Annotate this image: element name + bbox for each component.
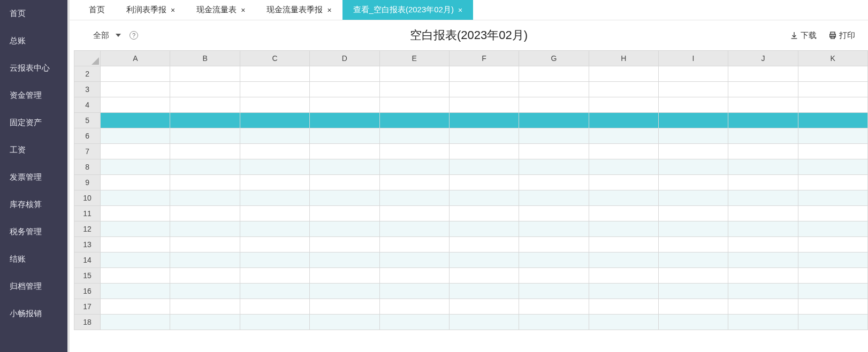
cell-B15[interactable] (170, 268, 240, 284)
cell-D9[interactable] (310, 175, 379, 190)
cell-K11[interactable] (798, 206, 867, 221)
cell-I5[interactable] (658, 113, 728, 128)
cell-B12[interactable] (170, 221, 240, 237)
cell-I13[interactable] (658, 237, 728, 252)
close-icon[interactable]: × (327, 6, 331, 14)
row-header-7[interactable]: 7 (74, 144, 101, 159)
cell-B9[interactable] (170, 175, 240, 190)
cell-B8[interactable] (170, 159, 240, 175)
cell-D5[interactable] (310, 113, 379, 128)
cell-C18[interactable] (240, 315, 309, 330)
download-button[interactable]: 下载 (790, 30, 817, 41)
cell-E6[interactable] (379, 128, 449, 144)
cell-H2[interactable] (589, 66, 658, 82)
column-header-B[interactable]: B (170, 51, 240, 66)
sidebar-item-9[interactable]: 结账 (0, 246, 67, 273)
cell-I14[interactable] (658, 252, 728, 268)
cell-C14[interactable] (240, 252, 309, 268)
cell-G18[interactable] (519, 315, 589, 330)
cell-F7[interactable] (449, 144, 519, 159)
cell-A13[interactable] (101, 237, 170, 252)
cell-E2[interactable] (379, 66, 449, 82)
cell-B10[interactable] (170, 190, 240, 206)
filter-dropdown[interactable]: 全部 ? (82, 30, 138, 41)
tab-1[interactable]: 利润表季报× (116, 0, 186, 20)
cell-C17[interactable] (240, 299, 309, 315)
cell-G9[interactable] (519, 175, 589, 190)
row-header-15[interactable]: 15 (74, 268, 101, 284)
cell-J2[interactable] (728, 66, 798, 82)
cell-F13[interactable] (449, 237, 519, 252)
cell-I11[interactable] (658, 206, 728, 221)
cell-B2[interactable] (170, 66, 240, 82)
cell-F5[interactable] (449, 113, 519, 128)
cell-F4[interactable] (449, 97, 519, 113)
cell-K6[interactable] (798, 128, 867, 144)
cell-B17[interactable] (170, 299, 240, 315)
cell-D15[interactable] (310, 268, 379, 284)
cell-D8[interactable] (310, 159, 379, 175)
sidebar-item-10[interactable]: 归档管理 (0, 273, 67, 300)
sidebar-item-5[interactable]: 工资 (0, 136, 67, 164)
cell-F17[interactable] (449, 299, 519, 315)
cell-I12[interactable] (658, 221, 728, 237)
column-header-I[interactable]: I (658, 51, 728, 66)
cell-F12[interactable] (449, 221, 519, 237)
cell-A10[interactable] (101, 190, 170, 206)
cell-H11[interactable] (589, 206, 658, 221)
cell-H18[interactable] (589, 315, 658, 330)
cell-D18[interactable] (310, 315, 379, 330)
cell-I17[interactable] (658, 299, 728, 315)
cell-J6[interactable] (728, 128, 798, 144)
cell-K10[interactable] (798, 190, 867, 206)
close-icon[interactable]: × (458, 6, 462, 14)
cell-I3[interactable] (658, 82, 728, 97)
cell-E11[interactable] (379, 206, 449, 221)
column-header-G[interactable]: G (519, 51, 589, 66)
cell-E10[interactable] (379, 190, 449, 206)
cell-H7[interactable] (589, 144, 658, 159)
cell-F14[interactable] (449, 252, 519, 268)
cell-J4[interactable] (728, 97, 798, 113)
cell-H5[interactable] (589, 113, 658, 128)
cell-K18[interactable] (798, 315, 867, 330)
cell-D4[interactable] (310, 97, 379, 113)
cell-D3[interactable] (310, 82, 379, 97)
cell-A2[interactable] (101, 66, 170, 82)
cell-D2[interactable] (310, 66, 379, 82)
cell-H12[interactable] (589, 221, 658, 237)
cell-I16[interactable] (658, 284, 728, 299)
cell-J5[interactable] (728, 113, 798, 128)
cell-A7[interactable] (101, 144, 170, 159)
cell-G16[interactable] (519, 284, 589, 299)
sidebar-item-11[interactable]: 小畅报销 (0, 300, 67, 327)
column-header-D[interactable]: D (310, 51, 379, 66)
cell-E8[interactable] (379, 159, 449, 175)
sidebar-item-6[interactable]: 发票管理 (0, 164, 67, 191)
cell-K13[interactable] (798, 237, 867, 252)
cell-G10[interactable] (519, 190, 589, 206)
cell-C5[interactable] (240, 113, 309, 128)
cell-E3[interactable] (379, 82, 449, 97)
row-header-12[interactable]: 12 (74, 221, 101, 237)
column-header-H[interactable]: H (589, 51, 658, 66)
row-header-6[interactable]: 6 (74, 128, 101, 144)
cell-K17[interactable] (798, 299, 867, 315)
cell-F15[interactable] (449, 268, 519, 284)
cell-A14[interactable] (101, 252, 170, 268)
cell-K16[interactable] (798, 284, 867, 299)
cell-D12[interactable] (310, 221, 379, 237)
cell-H16[interactable] (589, 284, 658, 299)
cell-K3[interactable] (798, 82, 867, 97)
row-header-17[interactable]: 17 (74, 299, 101, 315)
cell-G14[interactable] (519, 252, 589, 268)
row-header-11[interactable]: 11 (74, 206, 101, 221)
cell-A18[interactable] (101, 315, 170, 330)
sidebar-item-8[interactable]: 税务管理 (0, 218, 67, 246)
cell-A4[interactable] (101, 97, 170, 113)
close-icon[interactable]: × (171, 6, 175, 14)
cell-J16[interactable] (728, 284, 798, 299)
cell-J3[interactable] (728, 82, 798, 97)
row-header-2[interactable]: 2 (74, 66, 101, 82)
cell-H4[interactable] (589, 97, 658, 113)
